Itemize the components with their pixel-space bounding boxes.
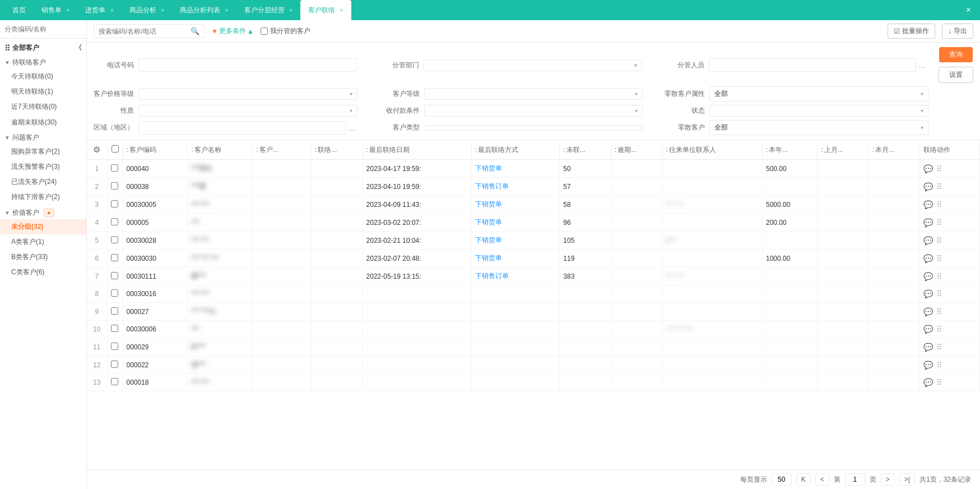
chat-icon[interactable]: 💬 [923,164,933,173]
window-close-button[interactable]: × [962,5,976,15]
row-last-way[interactable]: 下销货单 [471,214,560,232]
sidebar-search-input[interactable] [4,25,87,33]
retail-customer-select[interactable]: 全部 ▾ [709,120,928,135]
select-all-checkbox[interactable] [112,145,119,153]
payment-select[interactable]: ▾ [424,105,643,117]
status-select[interactable]: ▾ [709,105,928,117]
row-name[interactable]: ***亲仕 [188,160,253,178]
sidebar-item-churn-warning[interactable]: 流失预警客户(3) [0,159,86,174]
chat-icon[interactable]: 💬 [923,361,933,370]
settings-icon[interactable]: ⚙ [93,145,100,154]
row-name[interactable]: *** *** *** [188,250,253,267]
sidebar-item-7days-pending[interactable]: 近7天待联络(0) [0,99,86,114]
my-customers-checkbox[interactable] [261,27,268,35]
tab-product-analysis-list[interactable]: 商品分析列表 × [172,0,236,20]
sidebar-item-today-pending[interactable]: 今天待联络(0) [0,69,86,84]
sidebar-item-churned[interactable]: 已流失客户(24) [0,174,86,190]
row-last-way[interactable] [471,303,560,321]
row-name[interactable]: *** *** [188,232,253,250]
row-last-way[interactable] [471,285,560,303]
chat-icon[interactable]: 💬 [923,307,933,316]
sidebar-item-ungrouped[interactable]: 未分组(32) [0,219,86,234]
chat-icon[interactable]: 💬 [923,289,933,298]
search-icon[interactable]: 🔍 [191,27,199,35]
row-checkbox[interactable] [107,321,123,338]
sidebar-item-tomorrow-pending[interactable]: 明天待联络(1) [0,84,86,99]
close-icon[interactable]: × [110,0,113,20]
row-last-way[interactable]: 下销货单 [471,232,560,250]
price-level-select[interactable]: ▾ [138,88,357,100]
sidebar-graded-customers-group[interactable]: ▼ 价值客户 ● [0,205,86,219]
sidebar-item-c-type[interactable]: C类客户(6) [0,265,86,280]
chat-icon[interactable]: 💬 [923,200,933,209]
row-name[interactable]: ***请 [188,178,253,196]
row-name[interactable]: 淡*** [188,356,253,374]
more-icon[interactable]: ⠿ [936,307,942,316]
row-checkbox[interactable] [107,356,123,374]
more-icon[interactable]: ⠿ [936,343,942,352]
customer-type-select[interactable] [424,125,643,131]
tab-sales-order[interactable]: 销售单 × [34,0,77,20]
page-input[interactable] [845,473,865,486]
row-last-way[interactable]: 下销货单 [471,196,560,214]
sidebar-item-a-type[interactable]: A类客户(1) [0,234,86,250]
person-more-button[interactable]: ... [916,61,927,70]
close-icon[interactable]: × [340,0,343,20]
row-checkbox[interactable] [107,285,123,303]
sidebar-all-customers[interactable]: ⠿ 全部客户 《 [0,39,86,55]
row-name[interactable]: 退*** [188,267,253,285]
sidebar-item-overdue-contact[interactable]: 逾期未联络(30) [0,115,86,130]
more-icon[interactable]: ⠿ [936,200,942,209]
chat-icon[interactable]: 💬 [923,343,933,352]
row-checkbox[interactable] [107,250,123,267]
first-page-button[interactable]: K [796,473,811,486]
tab-customer-contact[interactable]: 客户联络 × [300,0,351,20]
sidebar-pending-contact-group[interactable]: ▼ 待联络客户 [0,55,86,69]
row-checkbox[interactable] [107,338,123,356]
row-name[interactable]: *** ***公 [188,303,253,321]
close-icon[interactable]: × [161,0,164,20]
close-icon[interactable]: × [289,0,292,20]
row-checkbox[interactable] [107,303,123,321]
more-icon[interactable]: ⠿ [936,236,942,245]
row-last-way[interactable] [471,356,560,374]
chat-icon[interactable]: 💬 [923,325,933,334]
region-more-button[interactable]: ... [346,123,357,132]
next-page-button[interactable]: > [881,473,895,486]
query-button[interactable]: 查询 [939,47,973,62]
row-checkbox[interactable] [107,178,123,196]
row-name[interactable]: *** [188,214,253,232]
person-input[interactable] [709,58,916,72]
close-icon[interactable]: × [66,0,69,20]
chat-icon[interactable]: 💬 [923,272,933,281]
tab-customer-stratified[interactable]: 客户分层经营 × [236,0,300,20]
batch-operation-button[interactable]: ☑ 批量操作 [888,24,935,39]
chat-icon[interactable]: 💬 [923,218,933,227]
phone-input[interactable] [138,58,357,72]
row-last-way[interactable] [471,338,560,356]
more-icon[interactable]: ⠿ [936,164,942,173]
row-name[interactable]: *** *** [188,374,253,391]
row-checkbox[interactable] [107,267,123,285]
more-icon[interactable]: ⠿ [936,218,942,227]
retail-attr-select[interactable]: 全部 ▾ [709,86,928,102]
per-page-input[interactable] [772,473,792,486]
row-name[interactable]: *** *** [188,196,253,214]
prev-page-button[interactable]: < [815,473,829,486]
sidebar-problem-customers-group[interactable]: ▼ 问题客户 [0,130,86,144]
filter-search-input[interactable] [99,27,188,35]
home-tab[interactable]: 首页 [4,0,34,20]
row-last-way[interactable] [471,321,560,338]
row-checkbox[interactable] [107,232,123,250]
row-checkbox[interactable] [107,374,123,391]
chat-icon[interactable]: 💬 [923,254,933,263]
more-icon[interactable]: ⠿ [936,361,942,370]
reset-button[interactable]: 设置 [939,67,973,83]
chat-icon[interactable]: 💬 [923,236,933,245]
more-icon[interactable]: ⠿ [936,254,942,263]
export-button[interactable]: ↓ 导出 [942,24,973,39]
row-last-way[interactable]: 下销售订单 [471,267,560,285]
close-icon[interactable]: × [225,0,228,20]
tab-purchase-order[interactable]: 进货单 × [77,0,121,20]
chat-icon[interactable]: 💬 [923,378,933,387]
